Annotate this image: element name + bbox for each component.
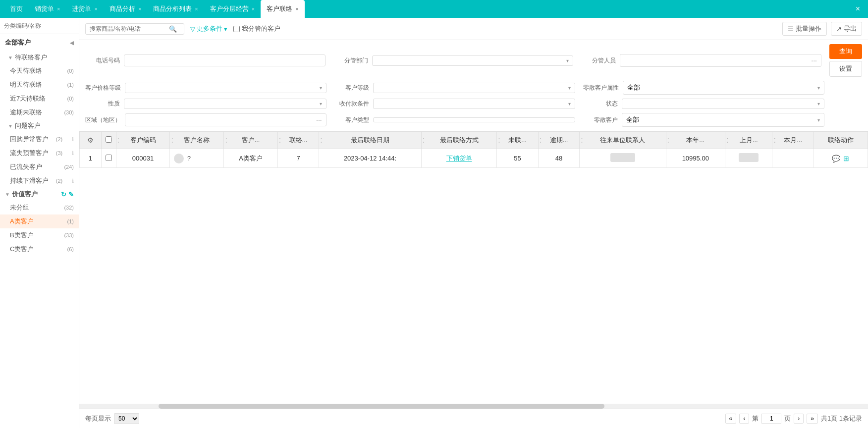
sidebar-item-b-class[interactable]: B类客户 (33) (0, 228, 79, 242)
col-checkbox[interactable] (101, 132, 116, 149)
problem-arrow-icon: ▼ (8, 123, 13, 129)
nav-product-analysis[interactable]: 商品分析 × (104, 0, 147, 18)
prev-page-button[interactable]: ‹ (739, 414, 749, 424)
price-grade-select[interactable]: ▾ (125, 83, 326, 93)
manager-field: 分管人员 ··· (581, 54, 821, 67)
sidebar-pending-group[interactable]: ▼ 待联络客户 (0, 51, 79, 64)
scrollbar-thumb[interactable] (159, 404, 604, 409)
first-page-button[interactable]: « (725, 414, 737, 424)
cell-checkbox[interactable] (101, 149, 116, 168)
col-last-contact-date[interactable]: 最后联络日期 (319, 132, 422, 149)
sidebar-item-churned[interactable]: 已流失客户 (24) (0, 160, 79, 174)
sidebar-item-overdue[interactable]: 逾期未联络 (30) (0, 106, 79, 119)
row-checkbox[interactable] (106, 155, 112, 161)
horizontal-scrollbar[interactable] (79, 404, 868, 409)
pagination-right: « ‹ 第 页 › » 共1页 1条记录 (725, 414, 862, 424)
bulk-op-icon: ☰ (788, 25, 794, 33)
col-contact-count[interactable]: 联络... (277, 132, 319, 149)
edit-icon[interactable]: ✎ (68, 191, 74, 198)
col-customer-code[interactable]: 客户编码 (116, 132, 170, 149)
sidebar-item-7day-pending[interactable]: 近7天待联络 (0) (0, 92, 79, 106)
status-select[interactable]: ▾ (622, 99, 824, 109)
nav-home[interactable]: 首页 (4, 0, 29, 18)
col-this-year[interactable]: 本年... (666, 132, 725, 149)
nav-close-contact[interactable]: × (295, 6, 298, 12)
payment-field: 收付款条件 ▾ (334, 99, 576, 109)
message-action-icon[interactable]: 💬 (832, 155, 840, 162)
col-last-contact-method[interactable]: 最后联络方式 (421, 132, 496, 149)
manager-select[interactable]: ··· (620, 54, 821, 67)
filter-icon: ▽ (190, 25, 195, 33)
page-number-input[interactable] (761, 414, 781, 424)
dept-field: 分管部门 ▾ (333, 55, 574, 66)
cell-last-method[interactable]: 下销货单 (421, 149, 496, 168)
cell-uncontacted: 55 (497, 149, 539, 168)
qrcode-action-icon[interactable]: ⊞ (843, 155, 849, 162)
retail-attr-select[interactable]: 全部 ▾ (623, 81, 824, 95)
my-customers-checkbox: 我分管的客户 (233, 24, 280, 33)
sidebar-item-today-pending[interactable]: 今天待联络 (0) (0, 64, 79, 78)
table-wrapper[interactable]: ⚙ 客户编码 客户名称 客户... 联络... 最后联络日期 最后联络方式 未联… (79, 131, 868, 404)
region-select[interactable]: ··· (125, 113, 326, 126)
retail-customer-chevron-icon: ▾ (817, 117, 820, 123)
nav-close-purchase[interactable]: × (94, 6, 97, 12)
nav-product-list[interactable]: 商品分析列表 × (147, 0, 204, 18)
select-all-checkbox[interactable] (106, 136, 112, 143)
nav-customer-segment[interactable]: 客户分层经营 × (204, 0, 261, 18)
sidebar-item-tomorrow-pending[interactable]: 明天待联络 (1) (0, 78, 79, 92)
pagination-left: 每页显示 50 100 200 (85, 413, 139, 424)
customer-grade-select[interactable]: ▾ (373, 83, 576, 93)
col-gear[interactable]: ⚙ (80, 132, 102, 149)
export-button[interactable]: ↗ 导出 (831, 22, 862, 36)
sidebar-item-churn-warning[interactable]: 流失预警客户 (3) ℹ (0, 146, 79, 160)
col-uncontacted[interactable]: 未联... (497, 132, 539, 149)
info-icon-repurchase: ℹ (72, 136, 74, 143)
sidebar-item-repurchase-anomaly[interactable]: 回购异常客户 (2) ℹ (0, 132, 79, 146)
dept-select[interactable]: ▾ (372, 55, 574, 66)
nav-close-sales[interactable]: × (57, 6, 60, 12)
sidebar-search-input[interactable] (4, 22, 78, 29)
payment-select[interactable]: ▾ (373, 99, 576, 109)
bulk-op-button[interactable]: ☰ 批量操作 (782, 22, 827, 36)
next-page-button[interactable]: › (794, 414, 804, 424)
sidebar-value-group[interactable]: ▼ 价值客户 ↻ ✎ (0, 188, 79, 201)
per-page-select[interactable]: 50 100 200 (114, 413, 139, 424)
settings-button[interactable]: 设置 (829, 61, 862, 77)
phone-input[interactable] (124, 54, 326, 66)
col-this-month[interactable]: 本月... (772, 132, 814, 149)
sidebar-all-customers-header[interactable]: 全部客户 ◀ (0, 34, 79, 51)
right-buttons: ☰ 批量操作 ↗ 导出 (782, 22, 862, 36)
row-actions: 💬 ⊞ (818, 155, 864, 162)
customer-type-label: 客户类型 (334, 116, 369, 124)
value-arrow-icon: ▼ (5, 192, 10, 197)
col-customer-type[interactable]: 客户... (224, 132, 277, 149)
col-customer-name[interactable]: 客户名称 (170, 132, 224, 149)
my-customers-check[interactable] (233, 26, 240, 32)
close-all-tabs-button[interactable]: × (852, 4, 864, 13)
sidebar-problem-group[interactable]: ▼ 问题客户 (0, 119, 79, 132)
search-input[interactable] (90, 25, 169, 32)
sidebar-item-a-class[interactable]: A类客户 (1) (0, 214, 79, 228)
nav-sales-order[interactable]: 销货单 × (29, 0, 66, 18)
last-page-button[interactable]: » (807, 414, 818, 424)
nav-close-segment[interactable]: × (252, 6, 255, 12)
col-contact-person[interactable]: 往来单位联系人 (580, 132, 666, 149)
sidebar-item-declining[interactable]: 持续下滑客户 (2) ℹ (0, 174, 79, 188)
col-last-month[interactable]: 上月... (725, 132, 772, 149)
retail-customer-select[interactable]: 全部 ▾ (622, 113, 824, 127)
nature-select[interactable]: ▾ (124, 99, 326, 109)
sidebar-item-ungrouped[interactable]: 未分组 (32) (0, 201, 79, 214)
contact-person-placeholder (610, 153, 635, 162)
nav-purchase-order[interactable]: 进货单 × (66, 0, 103, 18)
col-overdue[interactable]: 逾期... (538, 132, 580, 149)
query-button[interactable]: 查询 (829, 44, 862, 59)
cell-customer-type: A类客户 (224, 149, 277, 168)
nav-customer-contact[interactable]: 客户联络 × (261, 0, 304, 18)
sidebar-item-c-class[interactable]: C类客户 (6) (0, 242, 79, 256)
search-icon[interactable]: 🔍 (169, 25, 177, 33)
customer-type-select[interactable] (373, 117, 576, 122)
more-filters-button[interactable]: ▽ 更多条件 ▾ (190, 24, 227, 33)
refresh-icon[interactable]: ↻ (61, 191, 66, 198)
nav-close-product[interactable]: × (138, 6, 141, 12)
nav-close-product-list[interactable]: × (195, 6, 198, 12)
